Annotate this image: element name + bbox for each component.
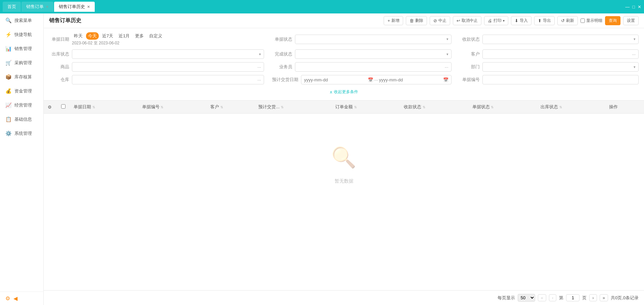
filter-payment-status: 收款状态 ▾ (460, 35, 639, 44)
window-close-btn[interactable]: ✕ (638, 4, 641, 9)
window-max-btn[interactable]: □ (632, 4, 635, 9)
date-btn-custom[interactable]: 自定义 (147, 32, 164, 40)
cancel-stop-button[interactable]: ↩ 取消中止 (453, 16, 481, 25)
salesperson-control[interactable]: ··· (295, 62, 451, 72)
tab-sales-order-history-close[interactable]: ✕ (87, 5, 90, 9)
order-no-input[interactable] (485, 77, 636, 82)
date-btn-today[interactable]: 今天 (86, 32, 99, 40)
collapse-filter-btn[interactable]: ∧ 收起更多条件 (49, 88, 639, 96)
tab-sales-order-close[interactable]: ✕ (46, 5, 49, 9)
customer-filter-label: 客户 (460, 51, 480, 57)
sidebar-item-basic-info[interactable]: 📋 基础信息 (0, 112, 43, 126)
no-sort-icon[interactable]: ⇅ (161, 105, 163, 109)
calendar-start-icon[interactable]: 📅 (368, 77, 373, 82)
goods-more-icon[interactable]: ··· (257, 65, 261, 70)
payment-status-control[interactable]: ▾ (482, 35, 639, 44)
customer-control[interactable]: ··· (482, 49, 639, 59)
date-btn-yesterday[interactable]: 昨天 (72, 32, 85, 40)
delete-button[interactable]: 🗑 删除 (406, 16, 427, 25)
export-icon: ⬆ (538, 18, 542, 23)
stock-out-status-control[interactable]: ▾ (72, 49, 264, 59)
new-button[interactable]: + 新增 (384, 16, 403, 25)
import-button[interactable]: ⬇ 导入 (511, 16, 531, 25)
goods-control[interactable]: ··· (72, 62, 264, 72)
first-page-btn[interactable]: « (538, 294, 546, 301)
cancel-stop-icon: ↩ (457, 18, 460, 23)
sidebar-collapse-icon[interactable]: ◀ (13, 295, 17, 302)
department-label: 部门 (460, 64, 480, 70)
complete-status-dropdown-icon: ▾ (446, 52, 448, 56)
query-button[interactable]: 查询 (605, 16, 620, 25)
expected-sort-icon[interactable]: ⇅ (281, 105, 284, 109)
refresh-button[interactable]: ↺ 刷新 (557, 16, 578, 25)
select-all-checkbox[interactable] (61, 104, 66, 109)
date-btn-more[interactable]: 更多 (133, 32, 146, 40)
date-btn-last7[interactable]: 近7天 (100, 32, 115, 40)
quick-nav-icon: ⚡ (5, 32, 12, 38)
filter-order-no: 单据编号 (460, 75, 639, 84)
display-detail-checkbox[interactable]: 显示明细 (581, 18, 602, 24)
stock-sort-icon[interactable]: ⇅ (559, 105, 562, 109)
warehouse-more-icon[interactable]: ··· (257, 77, 261, 82)
prev-page-btn[interactable]: ‹ (549, 294, 556, 301)
salesperson-more-icon[interactable]: ··· (445, 65, 448, 70)
payment-sort-icon[interactable]: ⇅ (423, 105, 425, 109)
stop-button[interactable]: ⊘ 中止 (430, 16, 450, 25)
order-no-control[interactable] (482, 75, 639, 84)
last-page-btn[interactable]: » (600, 294, 608, 301)
current-page-input[interactable] (566, 294, 579, 301)
date-range-display: 2023-06-02 至 2023-06-02 (72, 40, 264, 46)
table-settings-icon[interactable]: ⚙ (48, 105, 52, 110)
date-sort-icon[interactable]: ⇅ (92, 105, 95, 109)
export-button[interactable]: ⬆ 导出 (534, 16, 555, 25)
print-button[interactable]: 🖨 打印 ▾ (484, 16, 508, 25)
customer-more-icon[interactable]: ··· (632, 52, 636, 57)
filter-complete-status: 完成状态 ▾ (272, 49, 451, 59)
th-order-status: 单据状态 ⇅ (468, 101, 537, 114)
th-amount: 订单金额 ⇅ (331, 101, 400, 114)
th-date-label: 单据日期 (74, 104, 91, 109)
settings-button[interactable]: 设置 (623, 16, 639, 25)
tab-sales-order-label: 销售订单 (26, 4, 44, 10)
next-page-btn[interactable]: › (589, 294, 597, 301)
window-min-btn[interactable]: — (625, 4, 630, 9)
tab-sales-order[interactable]: 销售订单 ✕ (22, 2, 53, 12)
display-detail-input[interactable] (581, 18, 585, 23)
tab-sales-order-history[interactable]: 销售订单历史 ✕ (54, 2, 95, 12)
sidebar-settings-icon[interactable]: ⚙ (5, 295, 10, 302)
last-page-icon: » (603, 295, 605, 300)
filter-goods: 商品 ··· (49, 62, 264, 72)
tab-home[interactable]: 首页 (3, 2, 21, 12)
warehouse-control[interactable]: ··· (72, 75, 264, 84)
sidebar-item-finance[interactable]: 💰 资金管理 (0, 84, 43, 98)
expected-date-start[interactable] (304, 77, 367, 82)
filter-order-status: 单据状态 ▾ (272, 35, 451, 44)
print-icon: 🖨 (488, 18, 492, 23)
complete-status-control[interactable]: ▾ (295, 49, 451, 59)
sidebar-item-inventory[interactable]: 📦 库存核算 (0, 70, 43, 84)
sidebar-item-operations[interactable]: 📈 经营管理 (0, 98, 43, 112)
customer-sort-icon[interactable]: ⇅ (220, 105, 223, 109)
department-dropdown-icon: ▾ (634, 65, 636, 69)
stock-out-status-label: 出库状态 (49, 51, 69, 57)
expected-date-control[interactable]: 📅 — 📅 (301, 75, 451, 84)
sidebar-item-sys-mgmt[interactable]: ⚙️ 系统管理 (0, 126, 43, 141)
calendar-end-icon[interactable]: 📅 (443, 77, 448, 82)
sidebar-item-sales-mgmt[interactable]: 📊 销售管理 (0, 42, 43, 56)
date-btn-last1m[interactable]: 近1月 (117, 32, 132, 40)
page-size-select[interactable]: 50 10 20 100 (518, 294, 535, 302)
sidebar-item-purchase-mgmt[interactable]: 🛒 采购管理 (0, 56, 43, 70)
collapse-filter-label: 收起更多条件 (334, 89, 358, 95)
inventory-icon: 📦 (5, 74, 12, 80)
sidebar-item-search-menu[interactable]: 🔍 搜索菜单 (0, 13, 43, 28)
basic-info-icon: 📋 (5, 116, 12, 122)
sidebar-item-quick-nav[interactable]: ⚡ 快捷导航 (0, 28, 43, 42)
warehouse-label: 仓库 (49, 77, 69, 83)
order-status-sort-icon[interactable]: ⇅ (491, 105, 493, 109)
amount-sort-icon[interactable]: ⇅ (354, 105, 357, 109)
goods-filter-label: 商品 (49, 64, 69, 70)
expected-date-end[interactable] (379, 77, 442, 82)
department-control[interactable]: ▾ (482, 62, 639, 72)
order-status-control[interactable]: ▾ (295, 35, 451, 44)
import-label: 导入 (520, 18, 528, 24)
